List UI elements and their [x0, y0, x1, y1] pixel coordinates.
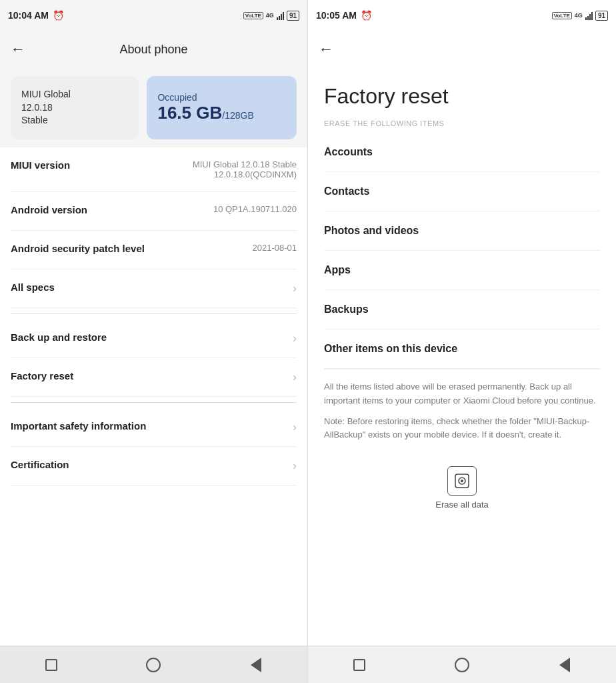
triangle-icon-left	[251, 658, 261, 672]
rbar2	[587, 16, 589, 20]
spec-row-android: Android version 10 QP1A.190711.020	[11, 192, 297, 231]
spec-section: MIUI version MIUI Global 12.0.18 Stable1…	[0, 147, 307, 646]
erase-item-apps: Apps	[324, 251, 600, 290]
nav-triangle-right[interactable]	[555, 656, 574, 674]
status-left-group: 10:04 AM ⏰	[8, 10, 64, 21]
signal-left	[277, 11, 284, 20]
nav-bar-right	[308, 646, 616, 683]
all-specs-chevron: ›	[293, 281, 297, 295]
erase-all-section: Erase all data	[324, 460, 600, 523]
erase-icon-svg	[453, 472, 471, 490]
page-title-left: About phone	[119, 43, 187, 57]
alarm-icon-left: ⏰	[53, 10, 64, 21]
bar2	[279, 16, 280, 20]
time-right: 10:05 AM	[316, 10, 357, 21]
factory-reset-content: Factory reset ERASE THE FOLLOWING ITEMS …	[308, 68, 616, 646]
bar3	[281, 14, 282, 20]
miui-line3: Stable	[21, 115, 48, 125]
spec-row-miui: MIUI version MIUI Global 12.0.18 Stable1…	[11, 147, 297, 192]
square-icon-left	[45, 659, 57, 671]
status-bar-right: 10:05 AM ⏰ VoLTE 4G 91	[308, 0, 616, 31]
rbar3	[589, 14, 591, 20]
right-panel: 10:05 AM ⏰ VoLTE 4G 91 ← Factory reset E…	[308, 0, 616, 683]
spec-row-security: Android security patch level 2021-08-01	[11, 231, 297, 269]
factory-reset-chevron: ›	[293, 370, 297, 384]
nav-circle-left[interactable]	[144, 656, 163, 674]
spec-label-security: Android security patch level	[11, 243, 145, 254]
triangle-icon-right	[559, 658, 570, 672]
rbar4	[591, 12, 593, 20]
status-right-group-right: VoLTE 4G 91	[552, 11, 608, 21]
square-icon-right	[353, 659, 365, 671]
storage-total: /128GB	[222, 110, 253, 121]
nav-triangle-left[interactable]	[247, 656, 265, 674]
bar1	[277, 17, 278, 20]
lte-right: 4G	[575, 12, 583, 19]
back-button-right[interactable]: ←	[319, 41, 333, 58]
factory-reset-label: Factory reset	[11, 370, 73, 382]
miui-section: MIUI Global 12.0.18 Stable Occupied 16.5…	[0, 68, 307, 147]
nav-bar-left	[0, 646, 307, 683]
circle-icon-left	[146, 658, 161, 672]
factory-reset-row[interactable]: Factory reset ›	[11, 358, 297, 397]
backup-row[interactable]: Back up and restore ›	[11, 319, 297, 358]
all-specs-label: All specs	[11, 281, 55, 293]
alarm-icon-right: ⏰	[361, 10, 372, 21]
erase-label: ERASE THE FOLLOWING ITEMS	[324, 119, 600, 127]
erase-item-accounts: Accounts	[324, 133, 600, 172]
header-right: ←	[308, 31, 616, 68]
back-button-left[interactable]: ←	[11, 41, 25, 58]
note-text-1: All the items listed above will be erase…	[324, 380, 600, 408]
circle-icon-right	[455, 658, 469, 672]
certification-label: Certification	[11, 459, 69, 470]
miui-line1: MIUI Global	[21, 89, 71, 99]
time-left: 10:04 AM	[8, 10, 49, 21]
divider-1	[11, 313, 297, 314]
backup-label: Back up and restore	[11, 331, 107, 343]
svg-point-2	[461, 480, 463, 482]
backup-chevron: ›	[293, 331, 297, 346]
safety-chevron: ›	[293, 420, 297, 434]
status-left-right: 10:05 AM ⏰	[316, 10, 372, 21]
safety-row[interactable]: Important safety information ›	[11, 408, 297, 447]
erase-item-contacts: Contacts	[324, 172, 600, 211]
status-bar-left: 10:04 AM ⏰ VoLTE 4G 91	[0, 0, 307, 31]
storage-label: Occupied	[157, 92, 286, 103]
spec-label-android: Android version	[11, 204, 87, 215]
spec-value-miui: MIUI Global 12.0.18 Stable12.0.18.0(QCDI…	[193, 159, 297, 179]
nav-square-right[interactable]	[350, 656, 369, 674]
miui-card-text: MIUI Global 12.0.18 Stable	[21, 88, 128, 127]
spec-label-miui: MIUI version	[11, 159, 70, 171]
signal-right	[585, 11, 593, 20]
spec-value-security: 2021-08-01	[253, 243, 297, 253]
storage-value-group: 16.5 GB/128GB	[157, 103, 286, 123]
storage-value: 16.5 GB	[157, 103, 222, 123]
spec-row-security-inner: Android security patch level 2021-08-01	[11, 243, 297, 257]
spec-value-android: 10 QP1A.190711.020	[213, 204, 297, 214]
lte-left: 4G	[266, 12, 274, 19]
left-panel: 10:04 AM ⏰ VoLTE 4G 91 ← About phone MIU…	[0, 0, 308, 683]
miui-version-card: MIUI Global 12.0.18 Stable	[11, 76, 139, 139]
battery-left: 91	[287, 11, 299, 21]
miui-line2: 12.0.18	[21, 102, 53, 113]
network-label-left: VoLTE	[243, 12, 263, 19]
nav-square-left[interactable]	[42, 656, 61, 674]
network-label-right: VoLTE	[552, 12, 572, 19]
header-left: ← About phone	[0, 31, 307, 68]
spec-row-android-inner: Android version 10 QP1A.190711.020	[11, 204, 297, 218]
all-specs-row[interactable]: All specs ›	[11, 269, 297, 308]
factory-title: Factory reset	[324, 68, 600, 119]
safety-label: Important safety information	[11, 420, 146, 432]
note-section: All the items listed above will be erase…	[324, 369, 600, 460]
battery-right: 91	[595, 11, 608, 21]
nav-circle-right[interactable]	[453, 656, 471, 674]
certification-row[interactable]: Certification ›	[11, 447, 297, 486]
spec-row-miui-inner: MIUI version MIUI Global 12.0.18 Stable1…	[11, 159, 297, 179]
divider-2	[11, 402, 297, 403]
note-text-2: Note: Before restoring items, check whet…	[324, 415, 600, 443]
certification-chevron: ›	[293, 459, 297, 473]
storage-card: Occupied 16.5 GB/128GB	[147, 76, 297, 139]
erase-all-label[interactable]: Erase all data	[435, 500, 489, 510]
erase-all-icon[interactable]	[447, 466, 477, 496]
status-right-group-left: VoLTE 4G 91	[243, 11, 299, 21]
